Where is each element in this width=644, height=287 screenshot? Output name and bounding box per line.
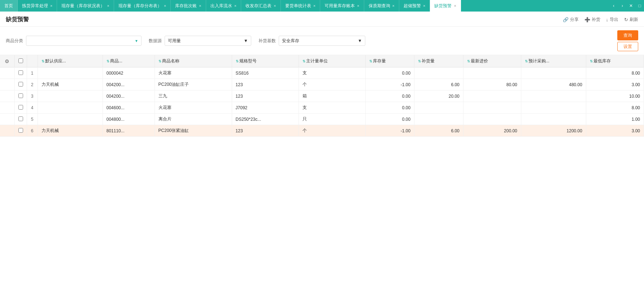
row-checkbox-0[interactable] xyxy=(18,70,23,75)
td-supplier-2 xyxy=(38,90,103,102)
td-price-5: 200.00 xyxy=(463,125,521,137)
share-button[interactable]: 🔗 分享 xyxy=(563,17,579,23)
td-restock-4 xyxy=(414,114,464,125)
th-item-name[interactable]: ⇅商品名称 xyxy=(155,55,232,67)
table-container: ⚙ ⇅默认供应... ⇅商品... ⇅商品名称 xyxy=(0,55,644,287)
td-stock-0: 0.00 xyxy=(365,67,414,79)
row-checkbox-5[interactable] xyxy=(18,128,23,133)
td-checkbox-1 xyxy=(14,79,27,90)
row-checkbox-2[interactable] xyxy=(18,93,23,98)
table-row: 1 0000042 火花塞 SS816 支 0.00 8.00 xyxy=(0,67,644,79)
td-unit-5: 个 xyxy=(299,125,365,137)
sort-icon-restock-qty: ⇅ xyxy=(418,59,421,63)
tab-close-9[interactable]: × xyxy=(392,4,395,8)
tab-prev-btn[interactable]: ‹ xyxy=(609,0,618,12)
setting-button[interactable]: 设置 xyxy=(617,42,638,51)
export-button[interactable]: ↓ 导出 xyxy=(606,17,619,23)
th-latest-price[interactable]: ⇅最新进价 xyxy=(463,55,521,67)
tab-2[interactable]: 现存量（库存状况表）× xyxy=(57,0,114,12)
tab-3[interactable]: 现存量（库存分布表）× xyxy=(114,0,171,12)
restock-base-label: 补货基数 xyxy=(258,38,276,44)
tab-0[interactable]: 首页 xyxy=(0,0,18,12)
restock-base-select[interactable]: 安全库存 ▼ xyxy=(279,36,365,46)
row-checkbox-4[interactable] xyxy=(18,116,23,121)
td-settings-3 xyxy=(0,102,14,114)
datasource-select[interactable]: 可用量 ▼ xyxy=(165,36,251,46)
tab-close-2[interactable]: × xyxy=(107,4,109,8)
tab-close-8[interactable]: × xyxy=(357,4,359,8)
tab-11[interactable]: 缺货预警× xyxy=(430,0,461,12)
td-settings-5 xyxy=(0,125,14,137)
tab-nav-buttons: ‹ › ✕ □ xyxy=(609,0,644,12)
tab-restore-btn[interactable]: ✕ xyxy=(627,0,635,12)
select-all-checkbox[interactable] xyxy=(18,58,23,63)
td-name-2: 三九 xyxy=(155,90,232,102)
th-spec[interactable]: ⇅规格型号 xyxy=(232,55,299,67)
td-supplier-1: 力天机械 xyxy=(38,79,103,90)
th-item-code[interactable]: ⇅商品... xyxy=(103,55,155,67)
tab-5[interactable]: 出入库流水× xyxy=(206,0,241,12)
th-min-stock[interactable]: ⇅最低库存 xyxy=(586,55,644,67)
row-checkbox-3[interactable] xyxy=(18,105,23,110)
td-checkbox-2 xyxy=(14,90,27,102)
table-row: 6 力天机械 801110... PC200张紧油缸 123 个 -1.00 6… xyxy=(0,125,644,137)
query-button[interactable]: 查询 xyxy=(617,30,638,40)
tab-close-1[interactable]: × xyxy=(50,4,52,8)
td-restock-3 xyxy=(414,102,464,114)
refresh-icon: ↻ xyxy=(624,17,628,22)
th-default-supplier[interactable]: ⇅默认供应... xyxy=(38,55,103,67)
tab-close-10[interactable]: × xyxy=(423,4,425,8)
sort-icon-stock: ⇅ xyxy=(369,59,372,63)
td-supplier-3 xyxy=(38,102,103,114)
tab-maximize-btn[interactable]: □ xyxy=(635,0,644,12)
tab-close-7[interactable]: × xyxy=(313,4,316,8)
th-restock-qty[interactable]: ⇅补货量 xyxy=(414,55,464,67)
table-row: 5 004800... 离合片 DS250*23c... 只 0.00 1.00 xyxy=(0,114,644,125)
tab-close-4[interactable]: × xyxy=(199,4,201,8)
tab-label-5: 出入库流水 xyxy=(210,3,232,9)
td-code-5: 801110... xyxy=(103,125,155,137)
tab-next-btn[interactable]: › xyxy=(618,0,627,12)
tab-4[interactable]: 库存批次账× xyxy=(171,0,206,12)
tab-close-11[interactable]: × xyxy=(454,4,456,8)
th-settings: ⚙ xyxy=(0,55,14,67)
restock-button[interactable]: ➕ 补货 xyxy=(584,17,600,23)
tab-10[interactable]: 超储预警× xyxy=(399,0,430,12)
sort-icon-supplier: ⇅ xyxy=(42,59,44,63)
tab-1[interactable]: 拣货异常处理× xyxy=(18,0,57,12)
td-num-2: 3 xyxy=(27,90,38,102)
td-est-0 xyxy=(521,67,586,79)
tab-close-6[interactable]: × xyxy=(274,4,276,8)
td-settings-2 xyxy=(0,90,14,102)
tab-label-0: 首页 xyxy=(4,3,13,9)
td-name-3: 火花塞 xyxy=(155,102,232,114)
td-stock-3: 0.00 xyxy=(365,102,414,114)
tab-9[interactable]: 保质期查询× xyxy=(364,0,399,12)
tab-close-5[interactable]: × xyxy=(234,4,236,8)
td-est-4 xyxy=(521,114,586,125)
td-name-0: 火花塞 xyxy=(155,67,232,79)
tab-8[interactable]: 可用量库存账本× xyxy=(320,0,364,12)
td-price-2 xyxy=(463,90,521,102)
refresh-button[interactable]: ↻ 刷新 xyxy=(624,17,638,23)
td-est-1: 480.00 xyxy=(521,79,586,90)
tab-7[interactable]: 要货单统计表× xyxy=(281,0,320,12)
th-unit[interactable]: ⇅主计量单位 xyxy=(299,55,365,67)
gear-icon[interactable]: ⚙ xyxy=(5,58,9,64)
th-checkbox xyxy=(14,55,27,67)
sort-icon-unit: ⇅ xyxy=(303,59,305,63)
td-unit-0: 支 xyxy=(299,67,365,79)
sort-icon-code: ⇅ xyxy=(106,59,109,63)
row-checkbox-1[interactable] xyxy=(18,82,23,87)
td-minstock-3: 8.00 xyxy=(586,102,644,114)
td-minstock-4: 1.00 xyxy=(586,114,644,125)
td-name-1: PC200油缸庄子 xyxy=(155,79,232,90)
category-select[interactable]: ▼ xyxy=(26,36,142,46)
td-minstock-5: 3.00 xyxy=(586,125,644,137)
sort-icon-price: ⇅ xyxy=(467,59,470,63)
tab-6[interactable]: 收发存汇总表× xyxy=(241,0,280,12)
tab-label-4: 库存批次账 xyxy=(175,3,197,9)
tab-close-3[interactable]: × xyxy=(164,4,166,8)
th-stock[interactable]: ⇅库存量 xyxy=(365,55,414,67)
th-est-purchase[interactable]: ⇅预计采购... xyxy=(521,55,586,67)
